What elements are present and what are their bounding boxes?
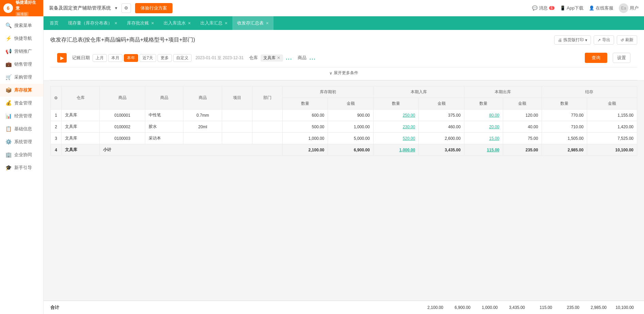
query-button[interactable]: 查询 — [585, 53, 607, 63]
cell-begin-qty: 500.00 — [282, 121, 328, 133]
warehouse-tag-close-icon[interactable]: ✕ — [277, 55, 280, 60]
date-filter-buttons: 上月 本月 本年 近7天 更多 自定义 — [93, 54, 192, 62]
tab-close-icon[interactable]: ✕ — [266, 21, 269, 26]
th-out-amt: 金额 — [503, 98, 542, 110]
th-begin-qty: 数量 — [282, 98, 328, 110]
th-period-begin: 库存期初 — [282, 86, 373, 98]
date-btn-last-month[interactable]: 上月 — [93, 54, 107, 62]
export-button[interactable]: ↗ 导出 — [594, 35, 614, 45]
user-menu[interactable]: Ea 用户 — [619, 3, 639, 13]
tab-5[interactable]: 收发存汇总表✕ — [232, 16, 274, 30]
sidebar-item-sales[interactable]: 💼销售管理 — [0, 58, 43, 71]
refresh-icon: ↺ — [621, 38, 624, 43]
tab-close-icon[interactable]: ✕ — [151, 21, 154, 26]
system-title: 装备及固定资产辅助管理系统 — [49, 5, 111, 11]
operations-icon: 📊 — [5, 113, 12, 119]
sidebar-item-quick[interactable]: ⚡快捷导航 — [0, 32, 43, 45]
cell-no: 1 — [51, 110, 62, 121]
tab-label: 库存批次账 — [127, 20, 149, 26]
tab-label: 出入库汇总 — [200, 20, 222, 26]
cell-out-qty[interactable]: 80.00 — [464, 110, 503, 121]
print-button[interactable]: 🖨 拣货版打印 ▾ — [554, 35, 591, 45]
sidebar-item-system[interactable]: ⚙️系统管理 — [0, 135, 43, 148]
subtotal-out-qty[interactable]: 115.00 — [464, 144, 503, 156]
date-btn-this-year[interactable]: 本年 — [124, 54, 138, 62]
tabbar: 首页现存量（库存分布表）✕库存批次账✕出入库流水✕出入库汇总✕收发存汇总表✕ — [44, 16, 644, 30]
purchase-icon: 🛒 — [5, 74, 12, 80]
tab-0[interactable]: 首页 — [45, 16, 63, 30]
cell-no: 3 — [51, 133, 62, 144]
expand-arrow-icon: ∨ — [329, 71, 332, 76]
cell-in-qty[interactable]: 520.00 — [373, 133, 419, 144]
subtotal-in-qty[interactable]: 1,000.00 — [373, 144, 419, 156]
th-period-out: 本期出库 — [464, 86, 542, 98]
table-header-row-1: ⚙ 仓库 商品 商品 商品 项目 部门 库存期初 本期入库 本期出库 结存 — [51, 86, 637, 98]
tab-close-icon[interactable]: ✕ — [188, 21, 191, 26]
tab-close-icon[interactable]: ✕ — [225, 21, 228, 26]
online-service-button[interactable]: 👤 在线客服 — [589, 5, 613, 11]
cell-begin-qty: 600.00 — [282, 110, 328, 121]
subtotal-warehouse: 文具库 — [62, 144, 100, 156]
sidebar-item-inventory[interactable]: 📦库存核算 — [0, 84, 43, 97]
cell-out-qty[interactable]: 15.00 — [464, 133, 503, 144]
th-settings[interactable]: ⚙ — [51, 86, 62, 110]
total-bal-qty: 2,985.00 — [583, 305, 610, 310]
date-btn-custom[interactable]: 自定义 — [173, 54, 192, 62]
total-begin-amt: 6,900.00 — [447, 305, 474, 310]
cell-in-qty[interactable]: 230.00 — [373, 121, 419, 133]
report-title: 收发存汇总表(按仓库+商品编码+商品+规格型号+项目+部门) — [50, 36, 195, 44]
cell-goods-spec: 20ml — [183, 121, 222, 133]
date-btn-this-month[interactable]: 本月 — [108, 54, 122, 62]
date-btn-7days[interactable]: 近7天 — [139, 54, 156, 62]
tab-label: 收发存汇总表 — [237, 20, 264, 26]
tab-1[interactable]: 现存量（库存分布表）✕ — [63, 16, 122, 30]
message-button[interactable]: 💬 消息 6 — [532, 5, 555, 11]
date-btn-more[interactable]: 更多 — [158, 54, 172, 62]
trial-button[interactable]: 体验行业方案 — [135, 3, 172, 13]
warehouse-ellipsis[interactable]: ... — [286, 55, 292, 61]
settings-gear-button[interactable]: ⚙ — [121, 3, 131, 13]
system-dropdown[interactable]: ▾ — [115, 5, 117, 11]
th-goods-spec: 商品 — [183, 86, 222, 110]
message-label: 消息 — [539, 5, 548, 11]
app-download-label: App下载 — [567, 5, 583, 11]
enterprise-icon: 🏢 — [5, 152, 12, 158]
sidebar-item-purchase[interactable]: 🛒采购管理 — [0, 71, 43, 84]
cell-in-qty[interactable]: 250.00 — [373, 110, 419, 121]
tab-2[interactable]: 库存批次账✕ — [122, 16, 159, 30]
tab-3[interactable]: 出入库流水✕ — [159, 16, 196, 30]
tab-4[interactable]: 出入库汇总✕ — [196, 16, 232, 30]
logo-icon: 6 — [3, 3, 13, 13]
app-download-button[interactable]: 📱 App下载 — [560, 5, 583, 11]
cell-begin-qty: 1,000.00 — [282, 133, 328, 144]
filter-toggle-button[interactable]: ▶ — [57, 53, 67, 63]
sidebar-item-search[interactable]: 🔍搜索菜单 — [0, 19, 43, 32]
goods-ellipsis[interactable]: ... — [309, 55, 316, 61]
sidebar-menu: 🔍搜索菜单⚡快捷导航📢营销推广💼销售管理🛒采购管理📦库存核算💰资金管理📊经营管理… — [0, 16, 43, 177]
subtotal-out-amt: 235.00 — [503, 144, 542, 156]
cell-no: 2 — [51, 121, 62, 133]
total-begin-qty: 2,100.00 — [419, 305, 447, 310]
sidebar-item-operations[interactable]: 📊经营管理 — [0, 110, 43, 122]
total-out-amt: 235.00 — [556, 305, 583, 310]
refresh-label: 刷新 — [625, 37, 633, 43]
subtotal-no: 4 — [51, 144, 62, 156]
sidebar-item-label: 营销推广 — [14, 48, 32, 54]
sidebar-item-label: 资金管理 — [14, 100, 32, 106]
tab-close-icon[interactable]: ✕ — [114, 21, 117, 26]
sidebar-item-label: 库存核算 — [14, 87, 32, 93]
sidebar-item-finance[interactable]: 💰资金管理 — [0, 97, 43, 110]
refresh-button[interactable]: ↺ 刷新 — [617, 35, 637, 45]
cell-bal-amt: 1,420.00 — [587, 121, 637, 133]
sidebar-item-guide[interactable]: 🎓新手引导 — [0, 161, 43, 174]
sidebar-item-enterprise[interactable]: 🏢企业协同 — [0, 148, 43, 161]
expand-conditions-button[interactable]: ∨ 展开更多条件 — [329, 70, 358, 76]
th-begin-amt: 金额 — [328, 98, 374, 110]
cell-out-qty[interactable]: 20.00 — [464, 121, 503, 133]
column-settings-button[interactable]: 设置 — [613, 53, 630, 63]
sidebar-item-marketing[interactable]: 📢营销推广 — [0, 45, 43, 58]
tab-label: 出入库流水 — [164, 20, 186, 26]
warehouse-filter-tag[interactable]: 文具库 ✕ — [261, 54, 283, 62]
sidebar-item-basic[interactable]: 📋基础信息 — [0, 122, 43, 135]
topbar-right: 💬 消息 6 📱 App下载 👤 在线客服 Ea 用户 — [532, 3, 639, 13]
